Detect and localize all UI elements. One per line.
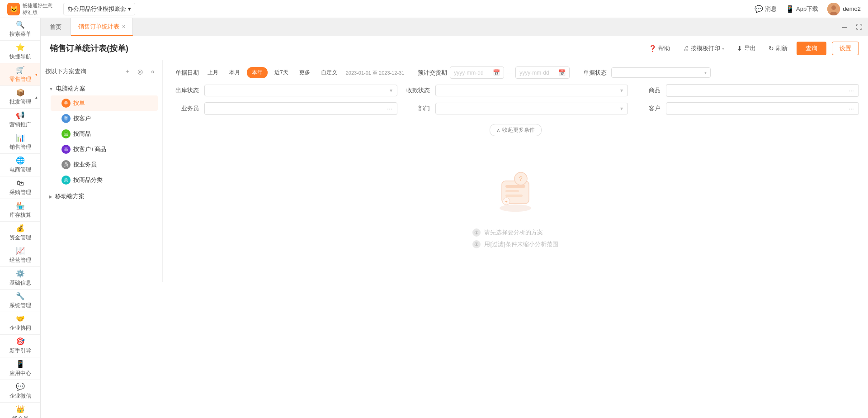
collection-status-select[interactable]: ▾: [435, 85, 628, 96]
out-status-select[interactable]: ▾: [204, 85, 397, 96]
sidebar-item-basic[interactable]: ⚙️ 基础信息: [0, 267, 40, 290]
sidebar-item-marketing[interactable]: 📢 营销推广: [0, 109, 40, 131]
collapse-button[interactable]: ∧ 收起更多条件: [490, 124, 542, 136]
left-panel-header: 按以下方案查询 ＋ ◎ «: [45, 65, 158, 78]
finance-icon: 💰: [16, 224, 25, 233]
export-button[interactable]: ⬇ 导出: [733, 43, 760, 54]
collapse-icon: ▶: [49, 194, 52, 199]
svg-text:?: ?: [519, 175, 523, 182]
sidebar-item-search[interactable]: 🔍 搜索菜单: [0, 18, 40, 41]
date-tab-thismonth[interactable]: 本月: [225, 67, 244, 78]
empty-illustration: ? ✦: [488, 165, 542, 219]
wholesale-icon: 📦: [16, 88, 25, 97]
expected-date-to-input[interactable]: yyyy-mm-dd 📅: [515, 66, 570, 79]
solution-item-3[interactable]: 品 按客户+商品: [51, 142, 158, 157]
page-content: 销售订单统计表(按单) ❓ 帮助 🖨 按模板打印 ▾ ⬇ 导出: [41, 36, 868, 418]
refresh-button[interactable]: ↻ 刷新: [765, 43, 791, 54]
chevron-down-icon: ▾: [722, 46, 724, 51]
mobile-solutions-group[interactable]: ▶ 移动端方案: [45, 190, 158, 203]
settings-button[interactable]: 设置: [832, 42, 859, 55]
svg-point-1: [831, 5, 836, 10]
help-button[interactable]: ❓ 帮助: [645, 43, 674, 54]
user-avatar-button[interactable]: demo2: [827, 3, 861, 15]
app-download-button[interactable]: 📱 App下载: [786, 5, 818, 13]
solution-item-1[interactable]: 客 按客户: [51, 111, 158, 126]
main-layout: 🔍 搜索菜单 ⭐ 快捷导航 🛒 零售管理 ▾ 📦 批发管理 ▴ 📢 营销推广 📊…: [0, 18, 868, 418]
status-select[interactable]: ▾: [611, 67, 711, 78]
purchase-icon: 🛍: [17, 179, 24, 187]
chevron-down-icon: ▾: [390, 87, 392, 94]
salesman-input[interactable]: ···: [204, 102, 397, 115]
mobile-solutions-section: ▶ 移动端方案: [45, 190, 158, 203]
collapse-icon: ∧: [496, 127, 500, 133]
message-button[interactable]: 💬 消息: [755, 5, 777, 13]
pc-solutions-group[interactable]: ▼ 电脑端方案: [45, 82, 158, 95]
pc-solutions-section: ▼ 电脑端方案 单 按单 客 按客户: [45, 82, 158, 188]
edit-solution-button[interactable]: ◎: [135, 66, 145, 76]
query-button[interactable]: 查询: [797, 42, 826, 55]
tab-close-button[interactable]: ×: [122, 24, 125, 30]
left-panel: 按以下方案查询 ＋ ◎ « ▼ 电脑端方案: [41, 60, 163, 282]
logo-area: 🐱 畅捷通好生意 标准版: [7, 2, 52, 15]
filter-row-1: 单据日期 上月 本月 本年: [172, 66, 859, 79]
date-tab-more[interactable]: 更多: [295, 67, 314, 78]
svg-rect-5: [505, 185, 525, 188]
solution-item-4[interactable]: 员 按业务员: [51, 157, 158, 172]
sidebar-item-system[interactable]: 🔧 系统管理: [0, 290, 40, 312]
sidebar-item-finance[interactable]: 💰 资金管理: [0, 222, 40, 244]
collapse-area: ∧ 收起更多条件: [172, 120, 859, 138]
template-print-button[interactable]: 🖨 按模板打印 ▾: [679, 43, 728, 54]
tab-home[interactable]: 首页: [41, 18, 71, 36]
sidebar-item-operations[interactable]: 📈 经营管理: [0, 244, 40, 267]
date-tab-thisyear[interactable]: 本年: [247, 67, 268, 78]
sidebar-item-ecommerce[interactable]: 🌐 电商管理: [0, 154, 40, 176]
expand-icon: ▼: [49, 86, 53, 91]
customer-input[interactable]: ···: [666, 102, 859, 115]
sidebar-item-quicknav[interactable]: ⭐ 快捷导航: [0, 41, 40, 63]
chevron-down-icon: ▾: [704, 70, 707, 75]
sidebar-item-enterprise[interactable]: 🤝 企业协同: [0, 312, 40, 335]
company-selector[interactable]: 办公用品行业模拟账套 ▾: [63, 3, 135, 15]
solution-icon-1: 客: [61, 114, 71, 123]
dept-select[interactable]: ▾: [435, 103, 628, 114]
sidebar-item-retail[interactable]: 🛒 零售管理 ▾: [0, 63, 40, 86]
goods-input[interactable]: ···: [666, 84, 859, 97]
solution-item-5[interactable]: 类 按商品分类: [51, 172, 158, 188]
minimize-button[interactable]: ─: [839, 22, 850, 33]
solution-icon-2: 品: [61, 129, 71, 138]
header-left: 🐱 畅捷通好生意 标准版 办公用品行业模拟账套 ▾: [7, 2, 135, 15]
maximize-button[interactable]: ⛶: [854, 22, 864, 33]
date-tab-7days[interactable]: 近7天: [270, 67, 292, 78]
date-tab-custom[interactable]: 自定义: [317, 67, 341, 78]
left-panel-icons: ＋ ◎ «: [123, 66, 158, 76]
sidebar-item-appcenter[interactable]: 📱 应用中心: [0, 357, 40, 380]
retail-icon: 🛒: [16, 66, 25, 74]
filter-section: 单据日期 上月 本月 本年: [172, 66, 859, 138]
solution-item-0[interactable]: 单 按单: [51, 95, 158, 111]
sidebar-item-inventory[interactable]: 🏪 库存核算: [0, 199, 40, 222]
help-icon: ❓: [649, 45, 656, 52]
add-solution-button[interactable]: ＋: [123, 66, 132, 76]
expected-date-from-input[interactable]: yyyy-mm-dd 📅: [450, 66, 504, 79]
sidebar-item-purchase[interactable]: 🛍 采购管理: [0, 176, 40, 199]
svg-rect-7: [505, 195, 523, 197]
sidebar-item-member[interactable]: 👑 畅会员: [0, 403, 40, 418]
tab-bar-right: ─ ⛶: [839, 18, 868, 36]
chevron-down-icon: ▾: [35, 72, 38, 77]
sidebar-item-wholesale[interactable]: 📦 批发管理 ▴: [0, 86, 40, 109]
calendar-icon: 📅: [493, 69, 500, 76]
tab-sales-statistics[interactable]: 销售订单统计表 ×: [71, 18, 133, 36]
date-tab-lastmonth[interactable]: 上月: [203, 67, 222, 78]
sidebar-item-newuser[interactable]: 🎯 新手引导: [0, 335, 40, 357]
filter-row-3: 业务员 ··· 部门 ▾ 客户: [172, 102, 859, 115]
svg-point-3: [500, 204, 531, 212]
collapse-panel-button[interactable]: «: [148, 66, 158, 76]
logo-icon: 🐱: [7, 3, 20, 15]
sidebar-item-wechat[interactable]: 💬 企业微信: [0, 380, 40, 403]
more-icon-salesman: ···: [387, 105, 392, 112]
solution-item-2[interactable]: 品 按商品: [51, 126, 158, 142]
tab-bar: 首页 销售订单统计表 × ─ ⛶: [41, 18, 868, 36]
date-group: 上月 本月 本年 近7天: [203, 67, 404, 78]
logo-text: 畅捷通好生意 标准版: [23, 2, 52, 15]
sidebar-item-sales[interactable]: 📊 销售管理: [0, 131, 40, 154]
